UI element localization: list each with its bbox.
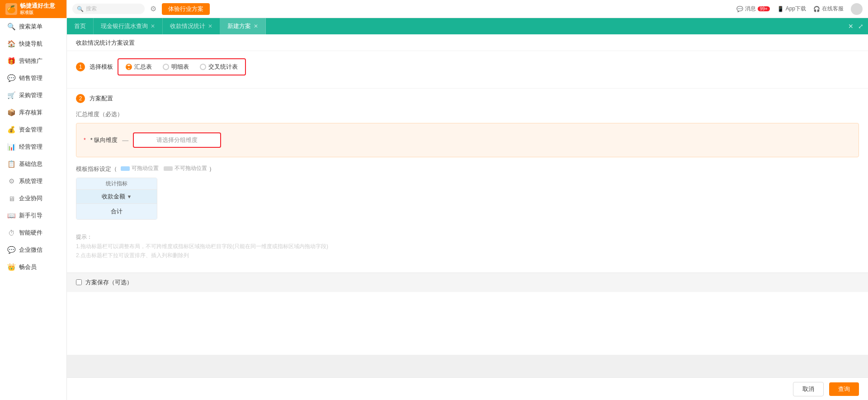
tab-bank-flow-label: 现金银行流水查询: [101, 22, 148, 30]
sales-icon: 💬: [7, 74, 15, 82]
settings-icon[interactable]: ⚙: [150, 5, 156, 13]
radio-selected-dot: [127, 66, 129, 69]
sidebar-item-quick-nav[interactable]: 🏠 快捷导航: [0, 35, 66, 52]
sidebar-item-basic-info[interactable]: 📋 基础信息: [0, 155, 66, 173]
notification-badge: 99+: [758, 6, 770, 11]
basic-info-icon: 📋: [7, 160, 15, 168]
query-button[interactable]: 查询: [829, 382, 859, 396]
radio-detail[interactable]: 明细表: [163, 63, 189, 71]
save-label: 方案保存（可选）: [85, 278, 132, 287]
tabs-bar: 首页 现金银行流水查询 ✕ 收款情况统计 ✕ 新建方案 ✕ ✕ ⤢: [67, 18, 868, 34]
sidebar-item-system[interactable]: ⚙ 系统管理: [0, 173, 66, 190]
topbar-search[interactable]: 🔍 搜索: [72, 4, 145, 14]
draggable-legend: 可拖动位置: [121, 165, 159, 172]
system-icon: ⚙: [7, 177, 15, 185]
stats-table: 统计指标 收款金额 ▼ 合计: [76, 178, 157, 220]
sidebar-item-inventory[interactable]: 📦 库存核算: [0, 104, 66, 121]
trial-industry-button[interactable]: 体验行业方案: [162, 3, 210, 15]
expand-icon[interactable]: ⤢: [858, 23, 863, 30]
app-download-button[interactable]: 📱 App下载: [777, 5, 806, 13]
download-icon: 📱: [777, 6, 784, 12]
online-service-button[interactable]: 🎧 在线客服: [813, 5, 844, 13]
sidebar-item-label: 搜索菜单: [19, 23, 42, 31]
purchase-icon: 🛒: [7, 91, 15, 99]
radio-cross[interactable]: 交叉统计表: [200, 63, 238, 71]
metrics-section: 模板指标设定（ 可拖动位置 不可拖动位置 ）: [76, 165, 859, 220]
search-text: 搜索: [86, 5, 97, 13]
sidebar-item-label: 营销推广: [19, 57, 42, 65]
stats-col-header[interactable]: 收款金额 ▼: [76, 190, 157, 204]
search-menu-icon: 🔍: [7, 23, 15, 31]
search-icon: 🔍: [77, 6, 84, 12]
logo-text: 畅捷通好生意: [20, 2, 55, 9]
sidebar-item-label: 销售管理: [19, 74, 42, 82]
logo-icon: 🍊: [5, 3, 17, 15]
enterprise-icon: 🖥: [7, 195, 15, 202]
draggable-indicator: [121, 166, 130, 171]
sidebar-item-operations[interactable]: 📊 经营管理: [0, 138, 66, 155]
sidebar-item-label: 智能硬件: [19, 229, 42, 237]
page-title: 收款情况统计方案设置: [76, 39, 135, 46]
step2-num: 2: [76, 94, 85, 103]
sidebar-item-label: 畅会员: [19, 263, 37, 271]
sidebar-item-purchase[interactable]: 🛒 采购管理: [0, 87, 66, 104]
sidebar-item-sales[interactable]: 💬 销售管理: [0, 70, 66, 87]
newbie-icon: 📖: [7, 212, 15, 220]
tab-receipt-stats[interactable]: 收款情况统计 ✕: [163, 18, 220, 34]
sidebar-item-label: 系统管理: [19, 177, 42, 185]
radio-cross-circle: [200, 64, 206, 70]
operations-icon: 📊: [7, 143, 15, 151]
metrics-header: 模板指标设定（ 可拖动位置 不可拖动位置 ）: [76, 165, 859, 173]
member-icon: 👑: [7, 263, 15, 271]
radio-summary-label: 汇总表: [134, 63, 152, 71]
notification-button[interactable]: 💬 消息 99+: [736, 5, 770, 13]
tab-home-label: 首页: [74, 22, 86, 30]
stats-cell-total: 合计: [76, 204, 157, 219]
dimension-area: * * 纵向维度 — 请选择分组维度: [76, 123, 859, 157]
tips-title: 提示：: [76, 233, 859, 241]
sidebar-item-wechat[interactable]: 💬 企业微信: [0, 241, 66, 259]
sidebar-item-finance[interactable]: 💰 资金管理: [0, 121, 66, 138]
tab-receipt-stats-close[interactable]: ✕: [208, 23, 212, 29]
close-tab-icon[interactable]: ✕: [848, 23, 854, 30]
radio-summary[interactable]: 汇总表: [126, 63, 152, 71]
marketing-icon: 🎁: [7, 57, 15, 65]
sidebar-item-newbie[interactable]: 📖 新手引导: [0, 207, 66, 224]
step1-title: 选择模板: [90, 63, 113, 71]
col-dropdown-icon[interactable]: ▼: [127, 194, 132, 199]
sidebar-item-member[interactable]: 👑 畅会员: [0, 259, 66, 276]
quick-nav-icon: 🏠: [7, 40, 15, 48]
save-checkbox[interactable]: [76, 279, 82, 285]
notification-icon: 💬: [736, 6, 743, 12]
tab-new-plan-close[interactable]: ✕: [254, 23, 258, 29]
tips-section: 提示： 1.拖动标题栏可以调整布局，不可跨维度或指标区域拖动栏目字段(只能在同一…: [76, 229, 859, 265]
tab-new-plan[interactable]: 新建方案 ✕: [220, 18, 266, 34]
inventory-icon: 📦: [7, 108, 15, 117]
sidebar-item-smart-hw[interactable]: ⏱ 智能硬件: [0, 224, 66, 241]
bottom-bar: 取消 查询: [67, 377, 868, 400]
user-avatar[interactable]: [851, 3, 863, 15]
sidebar-item-label: 企业协同: [19, 194, 42, 202]
sidebar-item-marketing[interactable]: 🎁 营销推广: [0, 52, 66, 70]
notification-label: 消息: [745, 5, 756, 13]
sidebar-item-enterprise[interactable]: 🖥 企业协同: [0, 190, 66, 207]
tabs-actions: ✕ ⤢: [844, 18, 868, 34]
radio-cross-label: 交叉统计表: [208, 63, 238, 71]
dim-placeholder-box[interactable]: 请选择分组维度: [133, 132, 221, 148]
tab-bank-flow-close[interactable]: ✕: [151, 23, 155, 29]
arrow-icon: —: [122, 136, 128, 144]
cancel-button[interactable]: 取消: [793, 382, 824, 396]
template-section: 1 选择模板 汇总表 明细表: [67, 51, 868, 89]
sidebar-item-search-menu[interactable]: 🔍 搜索菜单: [0, 18, 66, 35]
non-draggable-legend: 不可拖动位置: [164, 165, 207, 172]
save-section: 方案保存（可选）: [67, 273, 868, 292]
sidebar-item-label: 资金管理: [19, 126, 42, 134]
tab-bank-flow[interactable]: 现金银行流水查询 ✕: [94, 18, 163, 34]
download-label: App下载: [786, 5, 806, 13]
required-marker: *: [84, 137, 86, 143]
step1-header: 1 选择模板 汇总表 明细表: [76, 58, 859, 75]
service-label: 在线客服: [822, 5, 844, 13]
tab-new-plan-label: 新建方案: [227, 22, 251, 30]
smart-hw-icon: ⏱: [7, 229, 15, 237]
tab-home[interactable]: 首页: [67, 18, 94, 34]
